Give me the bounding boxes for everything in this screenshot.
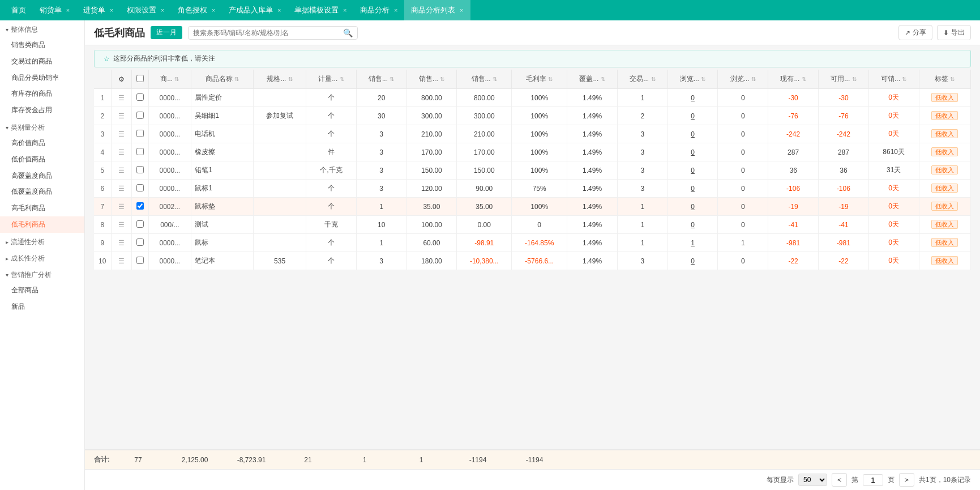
next-page-button[interactable]: ＞ (899, 473, 914, 487)
nav-item-template[interactable]: 单据模板设置 × (288, 0, 353, 20)
col-coverage[interactable]: 覆盖... ⇅ (567, 70, 618, 89)
row-settings[interactable]: ☰ (111, 125, 131, 143)
col-browse2[interactable]: 浏览... ⇅ (718, 70, 768, 89)
row-settings[interactable]: ☰ (111, 161, 131, 180)
sidebar-group-circulation[interactable]: ▸ 流通性分析 (0, 233, 84, 249)
share-button[interactable]: ↗ 分享 (898, 25, 932, 40)
close-icon[interactable]: × (212, 7, 215, 14)
col-name[interactable]: 商品名称 ⇅ (191, 70, 254, 89)
col-sales-price[interactable]: 销售... ⇅ (406, 70, 457, 89)
row-checkbox[interactable] (131, 107, 148, 125)
checkbox-col-header[interactable] (131, 70, 148, 89)
prev-page-button[interactable]: ＜ (832, 473, 847, 487)
close-icon[interactable]: × (394, 7, 397, 14)
row-browse1[interactable]: 0 (667, 125, 718, 143)
row-browse1[interactable]: 0 (667, 180, 718, 198)
page-size-select[interactable]: 50 100 200 (798, 474, 827, 486)
col-sales-amount[interactable]: 销售... ⇅ (457, 70, 512, 89)
nav-item-analysis-list[interactable]: 商品分析列表 × (404, 0, 470, 20)
row-browse1[interactable]: 1 (667, 234, 718, 252)
sidebar-group-overall[interactable]: ▾ 整体信息 (0, 20, 84, 37)
row-browse1[interactable]: 0 (667, 161, 718, 180)
page-number-input[interactable] (863, 474, 883, 486)
sidebar-group-marketing[interactable]: ▾ 营销推广分析 (0, 266, 84, 282)
row-checkbox[interactable] (131, 216, 148, 234)
row-select-checkbox[interactable] (136, 238, 144, 246)
close-icon[interactable]: × (277, 7, 281, 14)
nav-item-permissions[interactable]: 权限设置 × (120, 0, 171, 20)
row-checkbox[interactable] (131, 125, 148, 143)
time-filter-button[interactable]: 近一月 (151, 26, 182, 39)
sidebar-item-sales-goods[interactable]: 销售类商品 (0, 37, 84, 53)
sidebar-item-low-margin[interactable]: 低毛利商品 (0, 216, 84, 233)
nav-item-analysis[interactable]: 商品分析 × (353, 0, 404, 20)
sidebar-item-category-rate[interactable]: 商品分类助销率 (0, 70, 84, 86)
sidebar-group-growth[interactable]: ▸ 成长性分析 (0, 249, 84, 266)
nav-item-sales[interactable]: 销货单 × (33, 0, 76, 20)
row-settings[interactable]: ☰ (111, 107, 131, 125)
nav-item-products[interactable]: 产成品入库单 × (222, 0, 288, 20)
row-checkbox[interactable] (131, 180, 148, 198)
row-select-checkbox[interactable] (136, 112, 144, 119)
close-icon[interactable]: × (460, 7, 463, 14)
settings-col-header[interactable]: ⚙ (111, 70, 131, 89)
close-icon[interactable]: × (343, 7, 346, 14)
sidebar-item-in-stock[interactable]: 有库存的商品 (0, 86, 84, 102)
row-browse1[interactable]: 0 (667, 252, 718, 270)
close-icon[interactable]: × (66, 7, 70, 14)
sidebar-item-new-goods[interactable]: 新品 (0, 299, 84, 315)
row-settings[interactable]: ☰ (111, 143, 131, 161)
row-settings[interactable]: ☰ (111, 198, 131, 216)
row-settings[interactable]: ☰ (111, 216, 131, 234)
row-settings[interactable]: ☰ (111, 234, 131, 252)
sidebar-item-stock-fund[interactable]: 库存资金占用 (0, 102, 84, 118)
table-container[interactable]: ⚙ 商... ⇅ 商品名称 ⇅ 规格... ⇅ 计量... ⇅ 销售... ⇅ … (94, 70, 971, 449)
row-browse1[interactable]: 0 (667, 216, 718, 234)
sidebar-item-high-coverage[interactable]: 高覆盖度商品 (0, 168, 84, 184)
row-select-checkbox[interactable] (136, 148, 144, 155)
col-sales-qty[interactable]: 销售... ⇅ (356, 70, 406, 89)
nav-item-roles[interactable]: 角色授权 × (171, 0, 222, 20)
nav-item-home[interactable]: 首页 (5, 0, 33, 20)
row-browse1[interactable]: 0 (667, 107, 718, 125)
row-checkbox[interactable] (131, 143, 148, 161)
col-browse1[interactable]: 浏览... ⇅ (667, 70, 718, 89)
col-spec[interactable]: 规格... ⇅ (254, 70, 306, 89)
row-select-checkbox[interactable] (136, 166, 144, 173)
search-input[interactable] (193, 29, 343, 37)
col-current-stock[interactable]: 现有... ⇅ (768, 70, 819, 89)
row-browse1[interactable]: 0 (667, 89, 718, 107)
row-select-checkbox[interactable] (136, 202, 144, 210)
sidebar-item-high-value[interactable]: 高价值商品 (0, 135, 84, 151)
row-settings[interactable]: ☰ (111, 180, 131, 198)
col-code[interactable]: 商... ⇅ (148, 70, 191, 89)
close-icon[interactable]: × (110, 7, 113, 14)
row-settings[interactable]: ☰ (111, 89, 131, 107)
row-browse1[interactable]: 0 (667, 143, 718, 161)
sidebar-item-traded-goods[interactable]: 交易过的商品 (0, 53, 84, 70)
row-select-checkbox[interactable] (136, 130, 144, 137)
row-checkbox[interactable] (131, 234, 148, 252)
row-select-checkbox[interactable] (136, 184, 144, 191)
row-checkbox[interactable] (131, 89, 148, 107)
col-unit[interactable]: 计量... ⇅ (306, 70, 357, 89)
row-browse1[interactable]: 0 (667, 198, 718, 216)
nav-item-purchase[interactable]: 进货单 × (76, 0, 120, 20)
row-settings[interactable]: ☰ (111, 252, 131, 270)
sidebar-item-low-coverage[interactable]: 低覆盖度商品 (0, 184, 84, 200)
col-available[interactable]: 可用... ⇅ (819, 70, 869, 89)
row-select-checkbox[interactable] (136, 257, 144, 264)
row-checkbox[interactable] (131, 161, 148, 180)
sidebar-item-high-margin[interactable]: 高毛利商品 (0, 200, 84, 216)
search-icon[interactable]: 🔍 (343, 28, 353, 37)
col-saleable[interactable]: 可销... ⇅ (868, 70, 919, 89)
row-checkbox[interactable] (131, 252, 148, 270)
close-icon[interactable]: × (161, 7, 164, 14)
select-all-checkbox[interactable] (136, 75, 144, 82)
col-tag[interactable]: 标签 ⇅ (919, 70, 970, 89)
sidebar-item-all-goods[interactable]: 全部商品 (0, 282, 84, 299)
row-select-checkbox[interactable] (136, 220, 144, 228)
row-select-checkbox[interactable] (136, 93, 144, 101)
row-checkbox[interactable] (131, 198, 148, 216)
sidebar-item-low-value[interactable]: 低价值商品 (0, 151, 84, 168)
